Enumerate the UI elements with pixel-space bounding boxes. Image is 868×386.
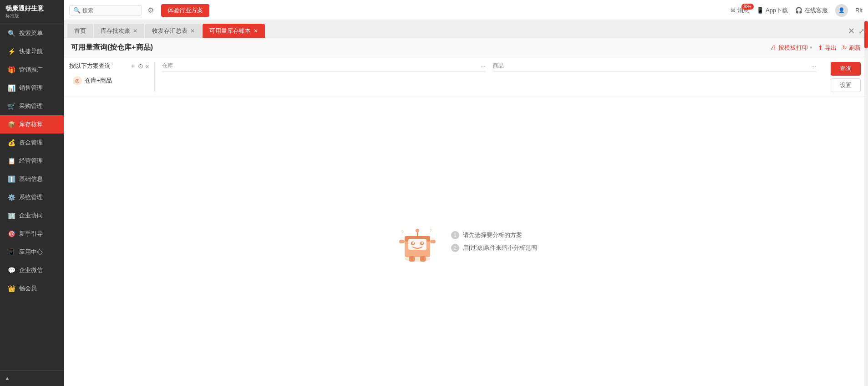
print-label: 按模板打印 bbox=[778, 44, 808, 52]
refresh-button[interactable]: ↻ 刷新 bbox=[842, 44, 861, 52]
svg-rect-10 bbox=[409, 256, 415, 262]
tab-close-collect-summary[interactable]: ✕ bbox=[190, 28, 195, 34]
username[interactable]: Rit bbox=[855, 7, 863, 14]
sidebar-item-marketing[interactable]: 🎁 营销推广 bbox=[0, 61, 64, 79]
export-icon: ⬆ bbox=[818, 44, 823, 51]
tab-available-qty[interactable]: 可用量库存账本✕ bbox=[203, 24, 265, 38]
app-download-label: App下载 bbox=[766, 6, 788, 15]
topbar-right: ✉ 消息 99+ 📱 App下载 🎧 在线客服 👤 Rit bbox=[731, 4, 863, 17]
sidebar-label-member: 畅会员 bbox=[19, 284, 37, 293]
sidebar-label-marketing: 营销推广 bbox=[19, 66, 43, 74]
sidebar-item-enterprise[interactable]: 🏢 企业协同 bbox=[0, 206, 64, 225]
close-all-tabs-icon[interactable]: ✕ bbox=[848, 26, 855, 36]
main-area: 🔍 ⚙ 体验行业方案 ✉ 消息 99+ 📱 App下载 🎧 在线客服 👤 Rit bbox=[64, 0, 868, 386]
sidebar-item-purchase[interactable]: 🛒 采购管理 bbox=[0, 97, 64, 115]
filter-warehouse: 仓库 ··· bbox=[162, 62, 486, 72]
sidebar-item-operations[interactable]: 📋 经营管理 bbox=[0, 152, 64, 170]
tab-collect-summary[interactable]: 收发存汇总表✕ bbox=[145, 24, 202, 38]
svg-text:?: ? bbox=[401, 230, 404, 235]
svg-point-13 bbox=[416, 229, 419, 232]
warehouse-more-btn[interactable]: ··· bbox=[481, 62, 486, 69]
scheme-actions: ＋ ⊙ « bbox=[130, 62, 149, 70]
app-download-button[interactable]: 📱 App下载 bbox=[756, 6, 788, 15]
sidebar-label-operations: 经营管理 bbox=[19, 157, 43, 165]
sidebar-item-inventory[interactable]: 📦 库存核算 bbox=[0, 115, 64, 134]
sidebar-bottom[interactable]: ▲ bbox=[0, 370, 64, 386]
arrow-up-icon: ▲ bbox=[5, 375, 10, 381]
sidebar-icon-inventory: 📦 bbox=[7, 120, 15, 129]
sidebar-item-finance[interactable]: 💰 资金管理 bbox=[0, 134, 64, 152]
scrollbar-thumb bbox=[864, 21, 868, 48]
settings-icon[interactable]: ⚙ bbox=[146, 4, 156, 16]
collapse-scheme-icon[interactable]: « bbox=[145, 62, 149, 70]
message-badge: 99+ bbox=[741, 4, 754, 10]
message-icon: ✉ bbox=[731, 7, 736, 14]
tab-batch-account[interactable]: 库存批次账✕ bbox=[94, 24, 144, 38]
query-schemes-panel: 按以下方案查询 ＋ ⊙ « ◎ 仓库+商品 bbox=[64, 62, 155, 92]
trial-button[interactable]: 体验行业方案 bbox=[161, 4, 209, 17]
refresh-label: 刷新 bbox=[849, 44, 861, 52]
message-button[interactable]: ✉ 消息 99+ bbox=[731, 6, 749, 15]
sidebar-item-search[interactable]: 🔍 搜索菜单 bbox=[0, 24, 64, 42]
export-button[interactable]: ⬆ 导出 bbox=[818, 44, 837, 52]
goods-more-btn[interactable]: ··· bbox=[811, 62, 816, 69]
tab-home[interactable]: 首页 bbox=[67, 24, 93, 38]
sidebar-icon-search: 🔍 bbox=[7, 29, 15, 37]
sidebar-item-newbie[interactable]: 🎯 新手引导 bbox=[0, 225, 64, 243]
search-input[interactable] bbox=[82, 7, 138, 14]
svg-point-6 bbox=[412, 242, 414, 244]
settings-button[interactable]: 设置 bbox=[831, 78, 861, 92]
empty-state: ? ? 1 请先选择要分析的方案 2 用[过滤]条件来缩小分析范围 bbox=[64, 97, 868, 386]
tab-close-available-qty[interactable]: ✕ bbox=[254, 28, 258, 34]
query-button[interactable]: 查询 bbox=[831, 62, 861, 76]
sidebar-icon-newbie: 🎯 bbox=[7, 230, 15, 238]
online-service-button[interactable]: 🎧 在线客服 bbox=[795, 6, 828, 15]
sidebar-item-wechat[interactable]: 💬 企业微信 bbox=[0, 261, 64, 279]
sidebar-icon-sales: 📊 bbox=[7, 84, 15, 92]
svg-rect-11 bbox=[420, 256, 426, 262]
refresh-icon: ↻ bbox=[842, 44, 847, 51]
sidebar-item-appstore[interactable]: 📱 应用中心 bbox=[0, 243, 64, 261]
tab-close-batch-account[interactable]: ✕ bbox=[133, 28, 137, 34]
search-icon: 🔍 bbox=[73, 7, 81, 14]
sidebar-icon-marketing: 🎁 bbox=[7, 66, 15, 74]
settings-scheme-icon[interactable]: ⊙ bbox=[138, 62, 143, 70]
sidebar-icon-appstore: 📱 bbox=[7, 248, 15, 256]
expand-icon[interactable]: ⤢ bbox=[858, 27, 864, 36]
sidebar-item-sales[interactable]: 📊 销售管理 bbox=[0, 79, 64, 97]
warehouse-label: 仓库 bbox=[162, 62, 173, 70]
add-scheme-icon[interactable]: ＋ bbox=[130, 62, 136, 70]
sidebar-label-quick-nav: 快捷导航 bbox=[19, 47, 43, 56]
goods-input[interactable] bbox=[507, 62, 809, 69]
app-name: 畅康通好生意 bbox=[5, 5, 58, 13]
warehouse-input[interactable] bbox=[176, 62, 478, 69]
sidebar-item-system[interactable]: ⚙️ 系统管理 bbox=[0, 188, 64, 206]
sidebar-label-enterprise: 企业协同 bbox=[19, 211, 43, 220]
sidebar-item-quick-nav[interactable]: ⚡ 快捷导航 bbox=[0, 42, 64, 61]
sidebar-label-appstore: 应用中心 bbox=[19, 248, 43, 256]
warehouse-input-row: 仓库 ··· bbox=[162, 62, 486, 72]
sidebar-item-member[interactable]: 👑 畅会员 bbox=[0, 279, 64, 298]
query-area: 按以下方案查询 ＋ ⊙ « ◎ 仓库+商品 仓库 bbox=[64, 57, 868, 97]
sidebar-icon-purchase: 🛒 bbox=[7, 102, 15, 110]
printer-icon: 🖨 bbox=[771, 44, 777, 51]
page-header-actions: 🖨 按模板打印 ▾ ⬆ 导出 ↻ 刷新 bbox=[771, 44, 861, 52]
chevron-down-icon: ▾ bbox=[810, 45, 812, 51]
query-filters: 仓库 ··· 商品 ··· bbox=[155, 62, 823, 92]
print-template-button[interactable]: 🖨 按模板打印 ▾ bbox=[771, 44, 812, 52]
sidebar-item-basic[interactable]: ℹ️ 基础信息 bbox=[0, 170, 64, 188]
scheme-item-warehouse-goods[interactable]: ◎ 仓库+商品 bbox=[69, 74, 149, 87]
avatar[interactable]: 👤 bbox=[835, 4, 848, 17]
service-label: 在线客服 bbox=[804, 6, 828, 15]
topbar-search-box[interactable]: 🔍 bbox=[69, 5, 142, 15]
app-edition: 标准版 bbox=[5, 13, 58, 19]
empty-illustration: ? ? bbox=[395, 219, 440, 264]
sidebar-icon-system: ⚙️ bbox=[7, 193, 15, 201]
goods-label: 商品 bbox=[493, 62, 504, 70]
export-label: 导出 bbox=[825, 44, 837, 52]
sidebar: 畅康通好生意 标准版 🔍 搜索菜单 ⚡ 快捷导航 🎁 营销推广 📊 销售管理 🛒… bbox=[0, 0, 64, 386]
svg-text:?: ? bbox=[429, 228, 432, 233]
tip-text-2: 用[过滤]条件来缩小分析范围 bbox=[463, 244, 537, 252]
tabs-actions: ✕ ⤢ bbox=[848, 26, 864, 38]
right-scrollbar[interactable] bbox=[864, 21, 868, 386]
